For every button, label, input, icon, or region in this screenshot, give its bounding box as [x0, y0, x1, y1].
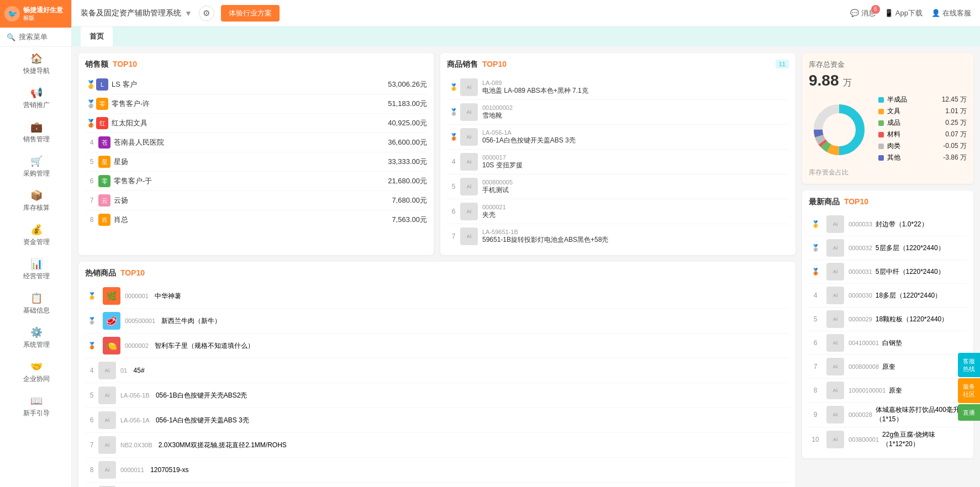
online-service-label: 在线客服: [942, 8, 971, 18]
avatar: 红: [96, 117, 108, 129]
product-icon: Ai: [826, 215, 844, 233]
product-icon: Ai: [826, 334, 844, 352]
list-item: 7 Ai NB2.0X30B 2.0X30MM双搓花轴,搓花直径2.1MM/RO…: [85, 433, 789, 458]
sidebar-label-marketing: 营销推广: [23, 100, 50, 110]
table-row: 6 Ai 0000021 夹壳: [447, 199, 789, 224]
customers-rank-table: 🥇 L LS 客户 53,006.26元 🥈 零 零售客户-许 51,183.0…: [85, 75, 427, 229]
legend-dot-other: [878, 155, 884, 161]
logo-icon: 🐦: [4, 6, 20, 22]
sidebar-logo: 🐦 畅捷通好生意 标版: [0, 0, 71, 28]
legend-item: 半成品 12.45 万: [878, 95, 967, 104]
hot-products-card: 热销商品 TOP10 🥇 🌿 0000001 中华神薯: [78, 262, 795, 487]
finance-icon: 💰: [30, 224, 43, 236]
list-item: 🥈 🥩 000500001 新西兰牛肉（新牛）: [85, 309, 789, 334]
sidebar-item-enterprise[interactable]: 🤝 企业协同: [0, 355, 71, 389]
list-item: 10 Ai 003800001 22g鱼豆腐-烧烤味（1*12*20）: [809, 427, 967, 452]
list-item: 🥇 🌿 0000001 中华神薯: [85, 284, 789, 309]
tabbar: 首页: [72, 27, 980, 46]
legend-item: 肉类 -0.05 万: [878, 141, 967, 151]
list-item: 🥉 🍋 0000002 智利车子里（规格不知道填什么）: [85, 334, 789, 358]
table-row: 🥇 Ai LA-089 电池盖 LA-089 ABS本色+黑种 7.1克: [447, 75, 789, 100]
business-icon: 📊: [30, 258, 43, 270]
topbar-right: 💬 消息 6 📱 App下载 👤 在线客服: [850, 8, 971, 18]
sidebar-item-finance[interactable]: 💰 资金管理: [0, 218, 71, 252]
float-hotline-btn[interactable]: 客服热线: [958, 353, 980, 378]
sidebar-item-purchase[interactable]: 🛒 采购管理: [0, 150, 71, 184]
table-row: 7 Ai LA-59651-1B 59651-1B旋转投影灯电池盒ABS黑色+5…: [447, 224, 789, 248]
content-scroll: 销售额 TOP10 🥇 L LS 客户 53,006.26元 🥈: [72, 46, 980, 487]
avatar: 零: [98, 175, 110, 187]
service-icon: 👤: [931, 9, 940, 17]
search-menu-item[interactable]: 🔍 搜索菜单: [0, 28, 71, 47]
product-icon: Ai: [98, 411, 116, 429]
legend-dot-meat: [878, 144, 884, 149]
product-icon: Ai: [826, 239, 844, 257]
sidebar-item-basic-info[interactable]: 📋 基础信息: [0, 287, 71, 321]
new-products-title: 最新商品 TOP10: [809, 197, 967, 207]
home-icon: 🏠: [30, 52, 43, 65]
top-products-sales-title: 商品销售 TOP10 11: [447, 60, 789, 70]
sidebar-item-quick-nav[interactable]: 🏠 快捷导航: [0, 47, 71, 81]
product-icon: Ai: [98, 387, 116, 404]
medal-bronze-icon: 🥉: [85, 119, 96, 128]
legend-dot-material: [878, 132, 884, 137]
message-icon: 💬: [850, 9, 859, 17]
product-icon: Ai: [98, 436, 116, 454]
logo-name: 畅捷通好生意: [23, 6, 63, 15]
new-products-list: 🥇 Ai 0000033 封边带（1.0*22） 🥈 Ai 0000032 5层…: [809, 213, 967, 452]
sidebar-item-system[interactable]: ⚙️ 系统管理: [0, 321, 71, 355]
messages-btn[interactable]: 💬 消息 6: [850, 8, 876, 18]
panel-left: 销售额 TOP10 🥇 L LS 客户 53,006.26元 🥈: [78, 53, 795, 480]
top-customers-card: 销售额 TOP10 🥇 L LS 客户 53,006.26元 🥈: [78, 53, 434, 255]
top-products-sales-list: 🥇 Ai LA-089 电池盖 LA-089 ABS本色+黑种 7.1克 🥈 A…: [447, 75, 789, 248]
top-section: 销售额 TOP10 🥇 L LS 客户 53,006.26元 🥈: [78, 53, 795, 255]
table-row: 5 Ai 000800005 手机测试: [447, 174, 789, 199]
product-icon: Ai: [460, 103, 478, 121]
product-icon: Ai: [826, 263, 844, 280]
sidebar-label-enterprise: 企业协同: [23, 374, 50, 384]
table-row: 8 肖 肖总 7,563.00元: [85, 210, 427, 229]
list-item: 8 Ai 0000011 12070519-xs: [85, 458, 789, 483]
system-title-text: 装备及固定资产辅助管理系统: [81, 8, 181, 18]
inventory-card: 库存总资金 9.88 万: [802, 53, 973, 184]
table-row: 4 苍 苍南县人民医院 36,600.00元: [85, 133, 427, 152]
product-icon: Ai: [98, 362, 116, 379]
trial-btn[interactable]: 体验行业方案: [221, 5, 280, 22]
sidebar-item-marketing[interactable]: 📢 营销推广: [0, 81, 71, 115]
sidebar-label-purchase: 采购管理: [23, 169, 50, 178]
avatar: 星: [98, 156, 110, 168]
table-row: 6 零 零售客户-于 21,680.00元: [85, 172, 427, 191]
sidebar-item-sales[interactable]: 💼 销售管理: [0, 115, 71, 150]
float-live-btn[interactable]: 直播: [958, 404, 980, 421]
medal-silver-icon: 🥈: [85, 99, 96, 108]
product-icon: Ai: [460, 227, 478, 245]
hot-products-title: 热销商品 TOP10: [85, 268, 789, 278]
list-item: 🥇 Ai 0000033 封边带（1.0*22）: [809, 213, 967, 236]
avatar: 零: [96, 98, 108, 110]
settings-button[interactable]: ⚙: [199, 6, 214, 21]
app-download-btn[interactable]: 📱 App下载: [884, 8, 923, 18]
legend-item: 成品 0.25 万: [878, 118, 967, 128]
legend-dot-finished: [878, 120, 884, 126]
sidebar-item-guide[interactable]: 📖 新手引导: [0, 389, 71, 424]
app-download-label: App下载: [895, 8, 923, 18]
float-community-btn[interactable]: 服务社区: [958, 378, 980, 403]
system-icon: ⚙️: [30, 326, 43, 338]
sidebar-item-inventory[interactable]: 📦 库存核算: [0, 184, 71, 218]
online-service-btn[interactable]: 👤 在线客服: [931, 8, 971, 18]
sidebar-item-business[interactable]: 📊 经营管理: [0, 252, 71, 287]
tab-home[interactable]: 首页: [81, 27, 113, 46]
basic-info-icon: 📋: [30, 292, 43, 304]
sidebar-label-quick: 快捷导航: [23, 66, 50, 76]
topbar-arrow-icon: ▼: [185, 9, 192, 18]
topbar: 装备及固定资产辅助管理系统 ▼ ⚙ 体验行业方案 💬 消息 6 📱 App下载 …: [72, 0, 980, 27]
product-icon: Ai: [826, 382, 844, 399]
inventory-icon: 📦: [30, 189, 43, 202]
legend-item: 其他 -3.86 万: [878, 153, 967, 162]
table-row: 7 云 云扬 7,680.00元: [85, 191, 427, 210]
product-icon: Ai: [826, 310, 844, 328]
sidebar-label-business: 经营管理: [23, 272, 50, 281]
table-row: 5 星 星扬 33,333.00元: [85, 152, 427, 172]
legend-item: 材料 0.07 万: [878, 130, 967, 139]
donut-chart-container: 半成品 12.45 万 文具 1.01 万: [809, 95, 967, 165]
